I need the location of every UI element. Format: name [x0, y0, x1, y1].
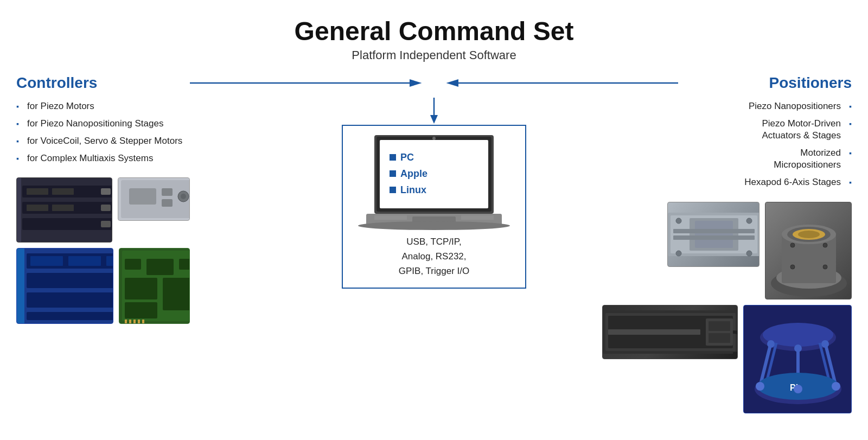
svg-rect-61	[374, 215, 407, 220]
svg-rect-43	[133, 320, 136, 324]
left-panel: for Piezo Motors for Piezo Nanoposit­ion…	[16, 98, 190, 324]
ctrl-small-svg	[118, 177, 189, 221]
pos-long-svg	[603, 305, 737, 359]
svg-rect-89	[709, 333, 730, 343]
svg-rect-7	[22, 218, 112, 230]
svg-rect-39	[163, 278, 189, 310]
svg-point-60	[358, 221, 510, 230]
svg-marker-47	[430, 115, 438, 124]
positioners-bullet-3: MotorizedMicropositioners	[678, 147, 852, 171]
main-title: General Command Set	[0, 16, 868, 46]
svg-rect-27	[27, 273, 113, 288]
controllers-bullet-2: for Piezo Nanoposit­ioning Stages	[16, 118, 190, 130]
svg-rect-44	[138, 320, 140, 324]
svg-marker-1	[410, 79, 422, 87]
positioners-heading: Positioners	[678, 74, 852, 92]
svg-point-105	[767, 340, 775, 348]
svg-point-23	[181, 194, 186, 199]
controllers-bullet-list: for Piezo Motors for Piezo Nanoposit­ion…	[16, 100, 190, 164]
svg-rect-62	[461, 215, 494, 220]
svg-point-107	[821, 340, 829, 348]
arrow-row: Controllers Positioners	[0, 68, 868, 98]
ctrl-rack-svg	[17, 177, 112, 243]
svg-rect-40	[125, 302, 157, 318]
svg-rect-51	[390, 154, 396, 161]
svg-point-83	[823, 265, 827, 269]
ctrl-board-svg	[119, 248, 189, 324]
ctrl-blue-rack-image	[16, 248, 113, 324]
svg-rect-67	[673, 229, 755, 233]
laptop-svg: PC Apple Linux	[358, 132, 510, 230]
svg-point-79	[798, 231, 820, 238]
svg-text:PC: PC	[400, 152, 414, 163]
svg-point-81	[823, 243, 827, 247]
svg-rect-66	[695, 221, 733, 248]
controllers-bullet-1: for Piezo Motors	[16, 100, 190, 112]
svg-marker-3	[446, 79, 459, 87]
positioners-bullet-list: Piezo Nanopositioners Piezo Motor-Driven…	[678, 100, 852, 189]
svg-rect-19	[129, 188, 156, 205]
svg-rect-29	[27, 312, 113, 320]
positioners-bullet-1: Piezo Nanopositioners	[678, 100, 852, 112]
vert-arrow-svg	[426, 98, 442, 125]
arrow-svg	[190, 72, 678, 94]
svg-rect-42	[129, 320, 131, 324]
ctrl-rack-image	[16, 177, 112, 243]
svg-rect-9	[101, 205, 111, 211]
svg-rect-45	[142, 320, 144, 324]
pos-long-image	[602, 305, 738, 359]
svg-rect-21	[162, 199, 173, 207]
ctrl-blue-svg	[17, 248, 113, 324]
right-panel: Piezo Nanopositioners Piezo Motor-Driven…	[678, 98, 852, 413]
controllers-bullet-4: for Complex Multiaxis Systems	[16, 152, 190, 164]
svg-rect-28	[27, 292, 113, 308]
svg-point-104	[832, 382, 840, 391]
pos-row-1	[667, 202, 852, 299]
pos-row-2: PI	[602, 305, 852, 413]
computer-box: PC Apple Linux	[342, 125, 526, 289]
svg-point-69	[676, 218, 681, 224]
svg-rect-41	[125, 320, 127, 324]
pos-round-svg	[765, 202, 851, 299]
svg-rect-90	[608, 329, 700, 335]
positioners-bullet-4: Hexapod 6-Axis Stages	[678, 176, 852, 188]
controllers-heading: Controllers	[16, 74, 190, 92]
pos-round-image	[765, 202, 852, 299]
svg-rect-25	[17, 248, 24, 324]
svg-rect-32	[106, 256, 113, 266]
svg-rect-35	[125, 259, 141, 270]
svg-rect-8	[101, 188, 111, 195]
svg-rect-55	[390, 187, 396, 193]
controller-images	[16, 177, 190, 324]
top-section: General Command Set Platform Independent…	[0, 0, 868, 68]
svg-rect-11	[27, 188, 48, 195]
svg-point-106	[794, 345, 802, 352]
controllers-bullet-3: for VoiceCoil, Servo & Stepper Motors	[16, 135, 190, 147]
ctrl-board-image	[119, 248, 190, 324]
svg-point-103	[794, 385, 802, 393]
pos-hexapod-image: PI	[743, 305, 852, 413]
page-wrapper: General Command Set Platform Independent…	[0, 0, 868, 440]
connection-text: USB, TCP/IP, Analog, RS232, GPIB, Trigge…	[399, 234, 469, 279]
svg-point-82	[790, 265, 795, 269]
svg-text:Apple: Apple	[400, 168, 427, 179]
svg-point-71	[676, 251, 681, 256]
pos-hexapod-svg: PI	[744, 305, 851, 413]
middle-row: for Piezo Motors for Piezo Nanoposit­ion…	[0, 98, 868, 440]
svg-rect-10	[101, 221, 111, 227]
positioner-images: PI	[678, 202, 852, 413]
ctrl-row-2	[16, 248, 190, 324]
svg-rect-13	[27, 205, 48, 211]
ctrl-small-image	[118, 177, 190, 221]
svg-rect-31	[68, 256, 101, 266]
svg-rect-36	[146, 259, 174, 275]
svg-point-57	[432, 137, 436, 140]
svg-point-102	[756, 382, 764, 391]
arrow-center	[190, 72, 678, 94]
svg-rect-38	[125, 278, 157, 299]
svg-point-72	[746, 251, 752, 256]
pos-stage-image	[667, 202, 760, 267]
center-computer-panel: PC Apple Linux	[190, 98, 678, 289]
subtitle: Platform Independent Software	[0, 48, 868, 62]
svg-rect-37	[179, 259, 189, 270]
